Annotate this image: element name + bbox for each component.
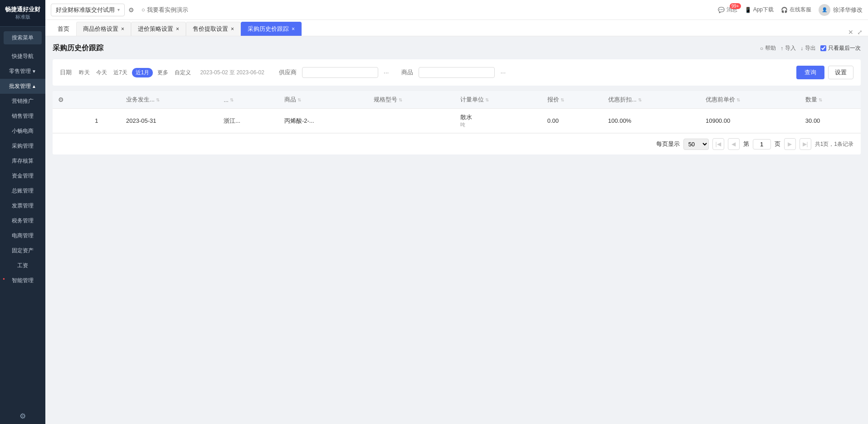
col-label-extra: ... [224, 96, 229, 103]
only-last-checkbox-label[interactable]: 只看最后一次 [820, 44, 861, 52]
col-label-quantity: 数量 [805, 96, 817, 104]
sidebar-item-12[interactable]: 固定资产 [0, 243, 45, 258]
col-header-pre_discount_price[interactable]: 优惠前单价⇅ [700, 91, 800, 109]
sidebar-item-5[interactable]: 采购管理 [0, 139, 45, 154]
table-card: ⚙业务发生...⇅...⇅商品⇅规格型号⇅计量单位⇅报价⇅优惠折扣...⇅优惠前… [53, 91, 861, 154]
sidebar-item-1[interactable]: 批发管理▲ [0, 79, 45, 94]
col-header-spec[interactable]: 规格型号⇅ [368, 91, 455, 109]
tab-3[interactable]: 售价提取设置× [186, 22, 241, 36]
help-button[interactable]: ○ 帮助 [760, 44, 776, 52]
export-button[interactable]: ↓ 导出 [800, 44, 816, 52]
date-option-0[interactable]: 昨天 [77, 68, 92, 77]
query-button[interactable]: 查询 [796, 66, 824, 79]
sidebar-item-10[interactable]: 税务管理 [0, 213, 45, 228]
goods-input[interactable] [419, 67, 495, 78]
tab-close-icon-2[interactable]: × [176, 26, 179, 32]
date-option-3[interactable]: 近1月 [132, 68, 153, 77]
online-service-button[interactable]: 🎧 在线客服 [781, 6, 811, 14]
tab-4[interactable]: 采购历史价跟踪× [241, 22, 302, 36]
headset-icon: 🎧 [781, 7, 788, 13]
topbar-gear-icon[interactable]: ⚙ [128, 6, 134, 14]
sort-icon-price: ⇅ [561, 97, 564, 102]
tab-2[interactable]: 进价策略设置× [131, 22, 186, 36]
sidebar-search[interactable]: 搜索菜单 [0, 27, 45, 49]
demo-button[interactable]: ○ 我要看实例演示 [141, 6, 188, 14]
col-header-quantity[interactable]: 数量⇅ [800, 91, 861, 109]
date-option-2[interactable]: 近7天 [112, 68, 129, 77]
sidebar-item-14[interactable]: 智能管理 [0, 273, 45, 288]
sort-icon-extra: ⇅ [230, 97, 234, 102]
col-header-date[interactable]: 业务发生...⇅ [121, 91, 218, 109]
message-button[interactable]: 💬 消息 99+ [718, 6, 737, 14]
maximize-icon[interactable]: ⤢ [857, 29, 863, 36]
date-filter-label: 日期 [60, 68, 72, 77]
import-icon: ↑ [780, 45, 783, 52]
sort-icon-unit: ⇅ [485, 97, 489, 102]
demo-label: 我要看实例演示 [147, 6, 188, 14]
col-header-price[interactable]: 报价⇅ [542, 91, 603, 109]
online-service-label: 在线客服 [790, 6, 811, 14]
search-menu-button[interactable]: 搜索菜单 [4, 31, 42, 44]
goods-dots[interactable]: ··· [500, 69, 506, 76]
edition-selector[interactable]: 好业财标准版交付试用 ▾ [51, 4, 125, 16]
col-header-discount[interactable]: 优惠折扣...⇅ [603, 91, 700, 109]
page-header: 采购历史价跟踪 ○ 帮助 ↑ 导入 ↓ 导出 只看最后一次 [53, 43, 861, 53]
date-option-1[interactable]: 今天 [94, 68, 109, 77]
col-header-unit[interactable]: 计量单位⇅ [455, 91, 541, 109]
sidebar-item-2[interactable]: 营销推广 [0, 94, 45, 109]
user-info[interactable]: 👤 徐泽华修改 [819, 4, 863, 16]
table-row[interactable]: 12023-05-31浙江...丙烯酸-2-...散水吨0.00100.00%1… [53, 109, 861, 133]
sidebar-item-7[interactable]: 资金管理 [0, 169, 45, 183]
sidebar-item-6[interactable]: 库存核算 [0, 154, 45, 169]
edition-label: 好业财标准版交付试用 [56, 6, 115, 14]
sidebar-item-0[interactable]: 零售管理▼ [0, 64, 45, 79]
import-button[interactable]: ↑ 导入 [780, 44, 796, 52]
cell-quantity: 30.00 [800, 109, 861, 133]
tabs-container: 首页商品价格设置×进价策略设置×售价提取设置×采购历史价跟踪× [51, 22, 302, 36]
settings-button[interactable]: 设置 [828, 66, 853, 79]
page-input[interactable] [753, 139, 771, 149]
tab-close-icon-3[interactable]: × [231, 26, 234, 32]
date-option-5[interactable]: 自定义 [173, 68, 193, 77]
sidebar-item-8[interactable]: 总账管理 [0, 183, 45, 198]
last-page-button[interactable]: ▶| [800, 138, 811, 150]
tab-0[interactable]: 首页 [51, 22, 76, 36]
tab-close-icon-4[interactable]: × [292, 26, 295, 32]
date-options: 昨天今天近7天近1月更多自定义 [77, 68, 193, 77]
col-label-discount: 优惠折扣... [608, 96, 637, 104]
cell-unit: 散水吨 [455, 109, 541, 133]
col-header-extra[interactable]: ...⇅ [218, 91, 279, 109]
first-page-button[interactable]: |◀ [712, 138, 724, 150]
table-settings-icon[interactable]: ⚙ [58, 96, 64, 103]
col-label-goods: 商品 [284, 96, 296, 104]
per-page-select[interactable]: 102050100 [683, 139, 709, 150]
goods-filter-label: 商品 [401, 68, 413, 77]
app-download-button[interactable]: 📱 App下载 [745, 6, 774, 14]
prev-page-button[interactable]: ◀ [728, 138, 740, 150]
logo-title: 畅捷通好业财 [4, 5, 42, 14]
sidebar-item-9[interactable]: 发票管理 [0, 198, 45, 213]
close-window-icon[interactable]: ✕ [848, 29, 853, 36]
total-info: 共1页，1条记录 [815, 140, 853, 148]
sidebar-item-4[interactable]: 小畅电商 [0, 124, 45, 139]
supplier-input[interactable] [302, 67, 378, 78]
cell-discount: 100.00% [603, 109, 700, 133]
sidebar-item-11[interactable]: 电商管理 [0, 228, 45, 243]
tab-close-icon-1[interactable]: × [121, 26, 124, 32]
sort-icon-discount: ⇅ [638, 97, 642, 102]
app-download-label: App下载 [753, 6, 774, 14]
supplier-dots[interactable]: ··· [384, 69, 389, 76]
pagination: 每页显示 102050100 |◀ ◀ 第 页 ▶ ▶| 共1页，1条记录 [53, 133, 861, 154]
col-header-goods[interactable]: 商品⇅ [279, 91, 368, 109]
sidebar-item-13[interactable]: 工资 [0, 258, 45, 273]
sidebar-item-3[interactable]: 销售管理 [0, 109, 45, 124]
page-actions: ○ 帮助 ↑ 导入 ↓ 导出 只看最后一次 [760, 44, 861, 52]
sidebar-gear-icon[interactable]: ⚙ [4, 412, 42, 420]
supplier-filter-label: 供应商 [279, 68, 297, 77]
only-last-checkbox[interactable] [820, 45, 826, 51]
next-page-button[interactable]: ▶ [784, 138, 796, 150]
date-option-4[interactable]: 更多 [156, 68, 170, 77]
main-area: 好业财标准版交付试用 ▾ ⚙ ○ 我要看实例演示 💬 消息 99+ 📱 App下… [45, 0, 868, 424]
filter-actions: 查询 设置 [796, 66, 853, 79]
tab-1[interactable]: 商品价格设置× [76, 22, 131, 36]
